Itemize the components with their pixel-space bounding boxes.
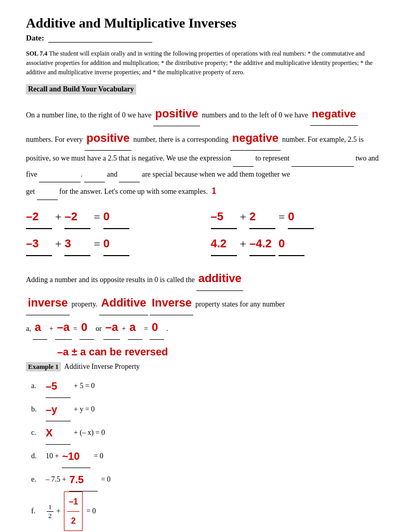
- problem-list: a. –5 + 5 = 0 b. –y + y = 0 c. X + (– x)…: [31, 375, 385, 532]
- main-title: Additive and Multiplicative Inverses: [26, 16, 385, 31]
- blank-negative2: negative: [230, 126, 280, 151]
- additive-paragraph: Adding a number and its opposite results…: [26, 267, 385, 340]
- eq1-plus: +: [55, 206, 61, 229]
- example1-block: Example 1 Additive Inverse Property a. –…: [26, 362, 385, 532]
- example1-title: Additive Inverse Property: [64, 363, 140, 370]
- date-line: Date:: [26, 33, 385, 43]
- page-container: Additive and Multiplicative Inverses Dat…: [26, 16, 385, 532]
- add-text1: Adding a number and its opposite results…: [26, 276, 195, 284]
- examples-grid: –2 + –2 = 0 –5 + 2 = 0 –3 + 3 = 0: [26, 205, 385, 256]
- paragraph1: On a number line, to the right of 0 we h…: [26, 102, 385, 200]
- problem-d: d. 10 + ~10 = 0: [31, 445, 385, 468]
- big-note: –a ± a can be reversed: [57, 346, 385, 358]
- example1-header: Example 1 Additive Inverse Property: [26, 362, 385, 371]
- problem-b: b. –y + y = 0: [31, 398, 385, 421]
- example1-label: Example 1: [26, 362, 61, 371]
- problem-e: e. – 7.5 + 7.5 = 0: [31, 468, 385, 491]
- date-underline: [48, 33, 152, 43]
- blank-positive: positive: [153, 102, 200, 126]
- blank-positive2: positive: [85, 126, 131, 151]
- examples-section: –2 + –2 = 0 –5 + 2 = 0 –3 + 3 = 0: [26, 205, 385, 256]
- sol-block: SOL 7.4 The student will explain orally …: [26, 49, 385, 77]
- p1-text4: number, there is a corresponding: [133, 136, 228, 143]
- p1-text8: five: [26, 170, 37, 178]
- p1-text2: numbers and to the left of 0 we have: [202, 111, 309, 119]
- eq4: 4.2 + –4.2 0: [211, 232, 386, 256]
- p1-text3: numbers. For every: [26, 136, 83, 143]
- eq1-eq: =: [94, 206, 100, 229]
- eq2: –5 + 2 = 0: [211, 205, 386, 229]
- sol-text: The student will explain orally and in w…: [26, 50, 373, 76]
- sol-label: SOL 7.4: [26, 50, 47, 57]
- p1-text6: to represent: [255, 154, 289, 162]
- problem-f: f. 1 2 + –1 2 = 0: [31, 491, 385, 530]
- problem-a: a. –5 + 5 = 0: [31, 375, 385, 398]
- eq3: –3 + 3 = 0: [26, 232, 201, 256]
- date-label: Date:: [26, 34, 44, 43]
- eq1: –2 + –2 = 0: [26, 205, 201, 229]
- vocab-header: Recall and Build Your Vocabulary: [26, 84, 136, 95]
- p1-text1: On a number line, to the right of 0 we h…: [26, 111, 151, 119]
- blank-negative: negative: [310, 102, 358, 126]
- eq2-plus: +: [240, 206, 246, 229]
- problem-c: c. X + (– x) = 0: [31, 421, 385, 445]
- p1-text7: two and: [355, 154, 379, 162]
